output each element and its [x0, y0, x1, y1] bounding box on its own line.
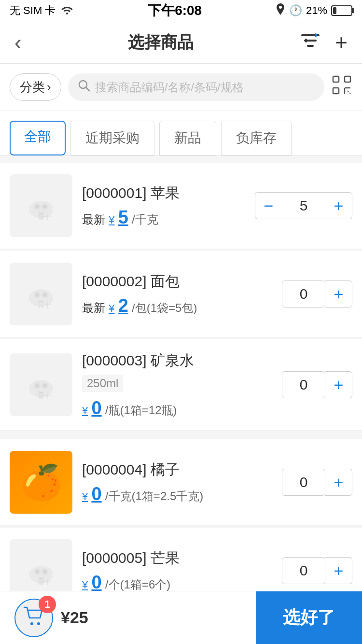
- cart-bar: 1 ¥25 选好了: [0, 591, 362, 644]
- svg-point-35: [43, 570, 47, 574]
- svg-rect-9: [333, 88, 339, 94]
- scan-icon[interactable]: [331, 74, 352, 100]
- product-price: 最新 ¥ 2 /包(1袋=5包): [82, 295, 277, 316]
- quantity-input[interactable]: [282, 557, 325, 584]
- product-name: [0000004] 橘子: [82, 460, 277, 480]
- quantity-control: +: [282, 280, 352, 308]
- back-button[interactable]: ‹: [14, 30, 22, 55]
- product-price: ¥ 0 /瓶(1箱=12瓶): [82, 398, 277, 419]
- product-details: [0000001] 苹果 最新 ¥ 5 /千克: [82, 183, 250, 228]
- svg-point-28: [36, 384, 39, 388]
- product-price: 最新 ¥ 5 /千克: [82, 207, 250, 228]
- quantity-input[interactable]: [282, 280, 325, 308]
- svg-text:智十: 智十: [38, 578, 51, 585]
- svg-rect-8: [345, 76, 350, 82]
- status-right: 🕐 21%: [276, 3, 352, 18]
- svg-rect-4: [305, 39, 307, 42]
- quantity-input[interactable]: [282, 192, 325, 219]
- increment-button[interactable]: +: [325, 371, 352, 398]
- product-image: 智十: [10, 263, 72, 325]
- product-name: [0000001] 苹果: [82, 183, 250, 203]
- filter-bar: 分类 › 搜索商品编码/名称/条码/规格: [0, 64, 362, 111]
- svg-line-6: [86, 87, 89, 91]
- cart-badge: 1: [39, 596, 56, 613]
- wifi-icon: [60, 4, 74, 17]
- category-label: 分类: [20, 79, 45, 96]
- product-item: 智十 [0000001] 苹果 最新 ¥ 5 /千克 − +: [0, 163, 362, 249]
- tabs-bar: 全部 近期采购 新品 负库存: [0, 111, 362, 156]
- svg-point-22: [36, 294, 39, 297]
- search-icon: [78, 79, 90, 95]
- svg-text:智十: 智十: [38, 301, 51, 308]
- decrement-button[interactable]: −: [255, 192, 282, 219]
- tab-new[interactable]: 新品: [159, 121, 216, 155]
- products-list: 智十 [0000001] 苹果 最新 ¥ 5 /千克 − +: [0, 163, 362, 644]
- svg-rect-7: [333, 76, 339, 82]
- product-details: [0000002] 面包 最新 ¥ 2 /包(1袋=5包): [82, 272, 277, 316]
- product-spec: 250ml: [82, 375, 123, 392]
- product-name: [0000005] 芒果: [82, 548, 277, 568]
- product-price: ¥ 0 /个(1箱=6个): [82, 572, 277, 593]
- confirm-button[interactable]: 选好了: [256, 591, 362, 644]
- page-title: 选择商品: [128, 31, 194, 54]
- increment-button[interactable]: +: [325, 280, 352, 308]
- product-details: [0000004] 橘子 ¥ 0 /千克(1箱=2.5千克): [82, 460, 277, 504]
- filter-icon[interactable]: [300, 31, 320, 53]
- quantity-control: +: [282, 469, 352, 496]
- status-left: 无 SIM 卡: [10, 3, 74, 18]
- alarm-icon: 🕐: [289, 4, 302, 17]
- svg-text:智十: 智十: [38, 392, 51, 399]
- quantity-control: − +: [255, 192, 352, 219]
- nav-bar: ‹ 选择商品 +: [0, 21, 362, 64]
- location-icon: [276, 3, 285, 18]
- product-price: ¥ 0 /千克(1箱=2.5千克): [82, 484, 277, 504]
- svg-point-29: [43, 384, 47, 388]
- product-name: [0000002] 面包: [82, 272, 277, 292]
- increment-button[interactable]: +: [325, 557, 352, 584]
- product-details: [0000003] 矿泉水 250ml ¥ 0 /瓶(1箱=12瓶): [82, 351, 277, 419]
- svg-rect-0: [301, 34, 320, 36]
- svg-line-12: [348, 91, 350, 94]
- svg-text:智十: 智十: [38, 213, 51, 220]
- svg-point-46: [30, 622, 33, 625]
- product-item: 🍊 [0000004] 橘子 ¥ 0 /千克(1箱=2.5千克) +: [0, 439, 362, 526]
- increment-button[interactable]: +: [325, 469, 352, 496]
- product-name: [0000003] 矿泉水: [82, 351, 277, 371]
- product-image: 🍊: [10, 451, 72, 514]
- status-time: 下午6:08: [148, 1, 202, 20]
- search-box[interactable]: 搜索商品编码/名称/条码/规格: [68, 73, 324, 101]
- quantity-input[interactable]: [282, 371, 325, 398]
- quantity-control: +: [282, 557, 352, 584]
- carrier-label: 无 SIM 卡: [10, 3, 56, 18]
- quantity-input[interactable]: [282, 469, 325, 496]
- status-bar: 无 SIM 卡 下午6:08 🕐 21%: [0, 0, 362, 21]
- svg-rect-3: [315, 33, 317, 37]
- cart-icon[interactable]: 1: [14, 599, 53, 637]
- product-image: 智十: [10, 353, 72, 416]
- svg-point-17: [43, 205, 47, 209]
- category-button[interactable]: 分类 ›: [10, 73, 61, 101]
- svg-point-47: [37, 622, 40, 625]
- cart-total: ¥25: [61, 608, 88, 627]
- battery-icon: [331, 5, 352, 16]
- svg-point-34: [36, 570, 39, 574]
- chevron-right-icon: ›: [47, 80, 51, 95]
- cart-section: 1 ¥25: [0, 599, 256, 637]
- nav-actions: +: [300, 30, 348, 55]
- search-placeholder: 搜索商品编码/名称/条码/规格: [95, 80, 244, 95]
- svg-point-16: [36, 205, 39, 209]
- quantity-control: +: [282, 371, 352, 398]
- product-item: 智十 [0000002] 面包 最新 ¥ 2 /包(1袋=5包) +: [0, 251, 362, 337]
- tab-all[interactable]: 全部: [10, 121, 66, 155]
- add-icon[interactable]: +: [335, 30, 348, 55]
- tab-recent[interactable]: 近期采购: [70, 121, 154, 155]
- svg-point-23: [43, 294, 47, 297]
- product-image: 智十: [10, 174, 72, 237]
- svg-rect-2: [307, 45, 314, 47]
- increment-button[interactable]: +: [325, 192, 352, 219]
- battery-percent: 21%: [306, 4, 327, 17]
- product-details: [0000005] 芒果 ¥ 0 /个(1箱=6个): [82, 548, 277, 593]
- tab-negative[interactable]: 负库存: [221, 121, 292, 155]
- product-item: 智十 [0000003] 矿泉水 250ml ¥ 0 /瓶(1箱=12瓶) +: [0, 339, 362, 431]
